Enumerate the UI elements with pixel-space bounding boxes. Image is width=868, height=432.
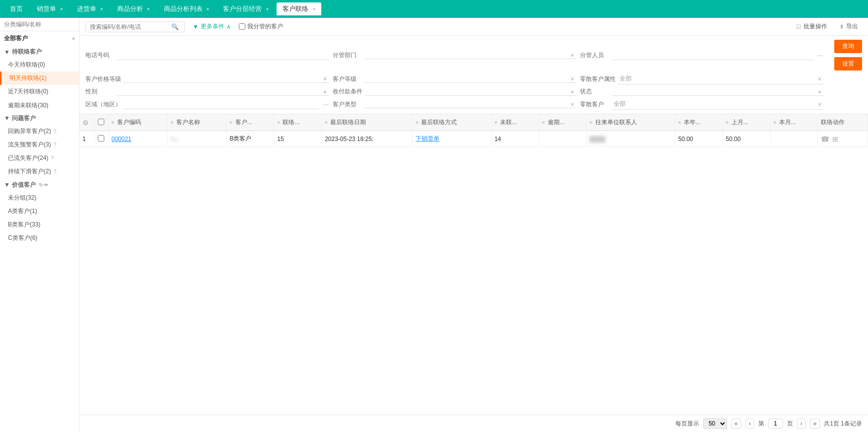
col-header-no-contact: ≡ 未联... bbox=[491, 114, 539, 131]
pagination-bar: 每页显示 50 « ‹ 第 页 › » 共1页 1条记录 bbox=[79, 415, 868, 432]
sidebar-item-overdue-contact[interactable]: 逾期未联络(30) bbox=[0, 99, 79, 112]
my-customers-checkbox-label[interactable]: 我分管的客户 bbox=[239, 22, 283, 31]
group-value-customers[interactable]: ▼ 价值客户 ↻ ✏ bbox=[0, 179, 79, 191]
sidebar-item-7days-contact[interactable]: 近7天待联络(0) bbox=[0, 85, 79, 98]
first-page-button[interactable]: « bbox=[731, 419, 741, 429]
sidebar-search-input[interactable] bbox=[4, 21, 78, 28]
nav-product-analysis-list[interactable]: 商品分析列表 × bbox=[158, 2, 216, 15]
region-dots-button[interactable]: ··· bbox=[323, 100, 329, 108]
cell-code[interactable]: 000021 bbox=[108, 131, 167, 147]
page-number-input[interactable] bbox=[768, 419, 783, 429]
set-button[interactable]: 设置 bbox=[834, 57, 862, 71]
sidebar-item-churned[interactable]: 已流失客户(24) ? bbox=[0, 151, 79, 165]
sidebar-item-class-b[interactable]: B类客户(33) bbox=[0, 218, 79, 231]
col-header-this-month: ≡ 本月... bbox=[770, 114, 818, 131]
filter-row-4: 区域（地区） ··· 客户类型 ∨ 零散客户 全部 ∨ bbox=[85, 99, 862, 110]
search-box: 🔍 bbox=[85, 21, 185, 32]
cell-index: 1 bbox=[79, 131, 94, 147]
col-header-last-method: ≡ 最后联络方式 bbox=[413, 114, 491, 131]
sidebar-item-repurchase-abnormal[interactable]: 回购异常客户(2) ? bbox=[0, 125, 79, 138]
batch-operation-button[interactable]: ☑ 批量操作 bbox=[792, 21, 831, 32]
top-navigation: 首页 销货单 × 进货单 × 商品分析 × 商品分析列表 × 客户分层经营 × … bbox=[0, 0, 868, 18]
group-pending-contact[interactable]: ▼ 待联络客户 bbox=[0, 46, 79, 58]
action-phone-icon[interactable]: ☎ bbox=[821, 135, 829, 143]
close-product-list-tab[interactable]: × bbox=[207, 6, 210, 12]
gear-icon[interactable]: ⚙ bbox=[82, 119, 89, 127]
retail-customer-select[interactable]: 全部 ∨ bbox=[612, 99, 823, 110]
status-select[interactable]: ∨ bbox=[612, 88, 823, 96]
cell-last-date: 2023-05-23 18:25: bbox=[322, 131, 413, 147]
next-page-button[interactable]: › bbox=[797, 419, 806, 429]
table-row: 1 000021 Ea B类客户 15 2023-05-23 18:25: 下销… bbox=[79, 131, 868, 147]
phone-input[interactable] bbox=[117, 51, 329, 60]
customer-level-select[interactable]: ∨ bbox=[364, 75, 576, 83]
row-checkbox[interactable] bbox=[98, 135, 104, 142]
nav-sales[interactable]: 销货单 × bbox=[31, 2, 69, 15]
col-header-overdue: ≡ 逾期... bbox=[539, 114, 586, 131]
all-customers-header[interactable]: 全部客户 « bbox=[0, 31, 79, 46]
filter-retail-attr: 零散客户属性 全部 ∨ bbox=[580, 73, 823, 84]
page-size-select[interactable]: 50 bbox=[703, 418, 727, 429]
col-header-last-date: ≡ 最后联络日期 bbox=[322, 114, 413, 131]
toolbar: 🔍 ▼ 更多条件 ∧ 我分管的客户 ☑ 批量操作 ⬆ 导出 bbox=[79, 18, 868, 36]
col-gear: ⚙ bbox=[79, 114, 94, 131]
col-header-code: ≡ 客户编码 bbox=[108, 114, 167, 131]
filter-row-2: 客户价格等级 ∨ 客户等级 ∨ 零散客户属性 全部 bbox=[85, 73, 862, 84]
close-customer-contact-tab[interactable]: × bbox=[312, 6, 315, 12]
sidebar-item-class-a[interactable]: A类客户(1) bbox=[0, 205, 79, 218]
gender-select[interactable]: ∨ bbox=[117, 88, 329, 96]
search-input[interactable] bbox=[90, 23, 169, 30]
price-level-select[interactable]: ∨ bbox=[123, 75, 329, 83]
dept-select[interactable]: ∨ bbox=[364, 51, 576, 59]
col-header-contact-count: ≡ 联络... bbox=[274, 114, 322, 131]
filter-retail-customer: 零散客户 全部 ∨ bbox=[580, 99, 823, 110]
sidebar-item-ungrouped[interactable]: 未分组(32) bbox=[0, 191, 79, 205]
action-grid-icon[interactable]: ⊞ bbox=[832, 135, 838, 143]
cell-name: Ea bbox=[167, 131, 226, 147]
nav-product-analysis[interactable]: 商品分析 × bbox=[111, 2, 156, 15]
close-purchase-tab[interactable]: × bbox=[100, 6, 103, 12]
col-header-last-month: ≡ 上月... bbox=[723, 114, 770, 131]
more-filters-button[interactable]: ▼ 更多条件 ∧ bbox=[189, 21, 235, 32]
nav-purchase[interactable]: 进货单 × bbox=[71, 2, 109, 15]
filter-panel: 电话号码 分管部门 ∨ 分管人员 ··· 查询 设置 bbox=[79, 36, 868, 114]
filter-customer-type: 客户类型 ∨ bbox=[333, 100, 576, 109]
table-header-row: ⚙ ≡ 客户编码 ≡ 客户名称 bbox=[79, 114, 868, 131]
prev-page-button[interactable]: ‹ bbox=[745, 419, 754, 429]
close-customer-tier-tab[interactable]: × bbox=[266, 6, 269, 12]
cell-overdue bbox=[539, 131, 586, 147]
col-header-name: ≡ 客户名称 bbox=[167, 114, 226, 131]
close-product-analysis-tab[interactable]: × bbox=[147, 6, 150, 12]
sidebar-item-class-c[interactable]: C类客户(6) bbox=[0, 231, 79, 245]
nav-home[interactable]: 首页 bbox=[4, 2, 29, 15]
col-header-action: 联络动作 bbox=[818, 114, 868, 131]
customer-type-select[interactable]: ∨ bbox=[364, 100, 576, 108]
sidebar-item-tomorrow-contact[interactable]: 明天待联络(1) bbox=[0, 72, 79, 85]
my-customers-checkbox[interactable] bbox=[239, 23, 245, 30]
filter-phone: 电话号码 bbox=[85, 51, 329, 60]
filter-row-3: 性别 ∨ 收付款条件 ∨ 状态 bbox=[85, 87, 862, 96]
col-header-contact-person: ≡ 往来单位联系人 bbox=[586, 114, 675, 131]
person-input[interactable] bbox=[612, 51, 813, 60]
sidebar-item-declining[interactable]: 持续下滑客户(2) ? bbox=[0, 165, 79, 178]
close-sales-tab[interactable]: × bbox=[60, 6, 63, 12]
query-button[interactable]: 查询 bbox=[834, 40, 862, 53]
col-header-type: ≡ 客户... bbox=[226, 114, 274, 131]
nav-customer-contact[interactable]: 客户联络 × bbox=[277, 2, 321, 15]
last-page-button[interactable]: » bbox=[810, 419, 820, 429]
group-problem-customers[interactable]: ▼ 问题客户 bbox=[0, 112, 79, 125]
cell-this-year: 50.00 bbox=[675, 131, 723, 147]
retail-attr-select[interactable]: 全部 ∨ bbox=[618, 73, 823, 84]
select-all-checkbox[interactable] bbox=[98, 119, 104, 125]
person-dots-button[interactable]: ··· bbox=[817, 51, 823, 59]
search-icon[interactable]: 🔍 bbox=[171, 23, 179, 30]
region-input[interactable] bbox=[123, 100, 319, 109]
filter-dept: 分管部门 ∨ bbox=[333, 51, 576, 60]
cell-last-method[interactable]: 下销货单 bbox=[413, 131, 491, 147]
nav-customer-tier[interactable]: 客户分层经营 × bbox=[217, 2, 275, 15]
sidebar-item-today-contact[interactable]: 今天待联络(0) bbox=[0, 58, 79, 72]
col-header-this-year: ≡ 本年... bbox=[675, 114, 723, 131]
export-button[interactable]: ⬆ 导出 bbox=[835, 21, 862, 32]
payment-select[interactable]: ∨ bbox=[364, 88, 576, 96]
sidebar-item-churn-warning[interactable]: 流失预警客户(3) ? bbox=[0, 138, 79, 151]
